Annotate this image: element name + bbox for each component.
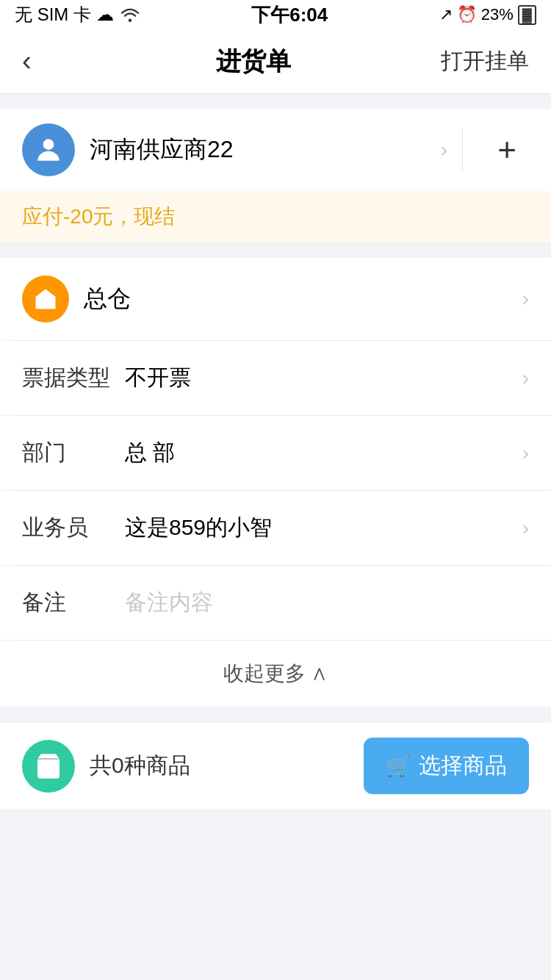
footer-row: 共0种商品 🛒 选择商品 <box>0 723 551 809</box>
supplier-name: 河南供应商22 <box>90 134 441 166</box>
ticket-type-value: 不开票 <box>125 363 522 393</box>
salesperson-row[interactable]: 业务员 这是859的小智 › <box>0 491 551 565</box>
alarm-icon: ⏰ <box>457 5 477 24</box>
sim-label: 无 SIM 卡 ☁ <box>15 3 114 26</box>
warehouse-icon-bg <box>22 275 69 323</box>
salesperson-value: 这是859的小智 <box>125 513 522 543</box>
svg-point-0 <box>43 139 54 150</box>
product-count-label: 共0种商品 <box>90 751 364 781</box>
warehouse-arrow-icon: › <box>522 287 529 311</box>
rest-background <box>0 809 551 980</box>
location-icon: ↗ <box>439 5 453 24</box>
department-value: 总 部 <box>125 438 522 468</box>
status-bar-left: 无 SIM 卡 ☁ <box>15 3 140 26</box>
status-bar-right: ↗ ⏰ 23% ▓ <box>439 5 536 25</box>
status-bar: 无 SIM 卡 ☁ 下午6:04 ↗ ⏰ 23% ▓ <box>0 0 551 29</box>
warehouse-icon <box>32 286 59 312</box>
svg-rect-1 <box>41 301 50 309</box>
person-icon <box>32 134 65 166</box>
salesperson-label: 业务员 <box>22 513 125 543</box>
open-pending-button[interactable]: 打开挂单 <box>441 46 529 76</box>
wifi-icon <box>120 7 140 22</box>
department-arrow-icon: › <box>522 442 529 465</box>
battery-label: 23% <box>481 5 514 24</box>
ticket-type-row[interactable]: 票据类型 不开票 › <box>0 341 551 415</box>
remark-label: 备注 <box>22 588 125 618</box>
ticket-type-label: 票据类型 <box>22 363 125 393</box>
supplier-arrow-icon: › <box>441 138 447 162</box>
page-title: 进货单 <box>216 45 291 79</box>
ticket-type-arrow-icon: › <box>522 367 529 390</box>
collapse-button[interactable]: 收起更多 ∧ <box>0 641 551 707</box>
section-gap-3 <box>0 707 551 721</box>
select-icon: 🛒 <box>386 754 411 778</box>
salesperson-arrow-icon: › <box>522 516 529 540</box>
add-button[interactable]: + <box>485 128 529 172</box>
select-product-button[interactable]: 🛒 选择商品 <box>364 738 529 794</box>
section-gap-2 <box>0 243 551 258</box>
collapse-label: 收起更多 ∧ <box>223 660 328 688</box>
supplier-section[interactable]: 河南供应商22 › + <box>0 109 551 191</box>
cart-icon <box>34 752 63 781</box>
battery-icon: ▓ <box>518 5 536 25</box>
notice-bar: 应付-20元，现结 <box>0 191 551 243</box>
warehouse-row[interactable]: 总仓 › <box>0 258 551 340</box>
section-gap-1 <box>0 94 551 109</box>
department-row[interactable]: 部门 总 部 › <box>0 416 551 490</box>
nav-bar: ‹ 进货单 打开挂单 <box>0 29 551 94</box>
back-button[interactable]: ‹ <box>22 46 66 77</box>
department-label: 部门 <box>22 438 125 468</box>
warehouse-name: 总仓 <box>84 283 522 315</box>
vertical-divider <box>462 128 463 172</box>
select-btn-label: 选择商品 <box>419 751 507 781</box>
remark-placeholder[interactable]: 备注内容 <box>125 588 529 618</box>
supplier-avatar <box>22 123 75 176</box>
cart-icon-bg <box>22 740 75 793</box>
status-bar-time: 下午6:04 <box>251 2 328 28</box>
remark-row[interactable]: 备注 备注内容 <box>0 566 551 640</box>
